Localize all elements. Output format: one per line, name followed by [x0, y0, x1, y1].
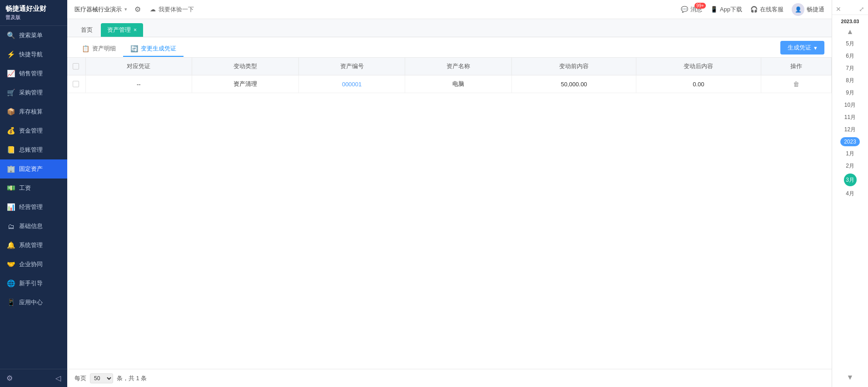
- fixed-icon: 🏢: [6, 165, 15, 173]
- generate-voucher-button[interactable]: 生成凭证 ▾: [780, 41, 824, 55]
- cell-asset-name: 电脑: [405, 75, 512, 93]
- select-all-checkbox[interactable]: [73, 63, 79, 69]
- table-container: 对应凭证 变动类型 资产编号 资产名称 变动前内容 变动后内容 操作 -- 资产…: [67, 58, 832, 369]
- user-profile[interactable]: 👤 畅捷通: [792, 3, 824, 16]
- sidebar-item-search[interactable]: 🔍搜索菜单: [0, 26, 67, 45]
- col-change-type: 变动类型: [192, 58, 299, 75]
- sidebar-label-funds: 资金管理: [19, 127, 43, 135]
- logo-title: 畅捷通好业财: [5, 5, 62, 13]
- month-item-2023-2[interactable]: 2月: [832, 160, 868, 172]
- sidebar-label-sales: 销售管理: [19, 69, 43, 78]
- sidebar: 畅捷通好业财 普及版 🔍搜索菜单⚡快捷导航📈销售管理🛒采购管理📦库存核算💰资金管…: [0, 0, 67, 387]
- cell-asset-code: 000001: [298, 75, 405, 93]
- right-panel-scroll: 5月6月7月8月9月10月11月12月20231月2月3月4月: [832, 38, 868, 372]
- collapse-icon[interactable]: ◁: [55, 374, 61, 382]
- purchase-icon: 🛒: [6, 89, 15, 97]
- sub-tab-label-2: 变更生成凭证: [141, 45, 176, 53]
- ledger-icon: 📒: [6, 146, 15, 154]
- month-item-11[interactable]: 11月: [832, 111, 868, 124]
- quicknav-icon: ⚡: [6, 50, 15, 59]
- table-row: -- 资产清理 000001 电脑 50,000.00 0.00 🗑: [67, 75, 832, 93]
- total-label: 条，共 1 条: [117, 374, 147, 382]
- funds-icon: 💰: [6, 127, 15, 135]
- sidebar-label-business: 经营管理: [19, 203, 43, 211]
- month-item-7[interactable]: 7月: [832, 62, 868, 74]
- per-page-label: 每页: [74, 374, 86, 382]
- month-item-5[interactable]: 5月: [832, 38, 868, 50]
- sidebar-item-guide[interactable]: 🌐新手引导: [0, 274, 67, 293]
- sidebar-item-purchase[interactable]: 🛒采购管理: [0, 83, 67, 102]
- sidebar-item-collab[interactable]: 🤝企业协同: [0, 255, 67, 274]
- sidebar-item-base[interactable]: 🗂基础信息: [0, 217, 67, 236]
- sidebar-item-quicknav[interactable]: ⚡快捷导航: [0, 45, 67, 64]
- refresh-icon: 🔄: [130, 45, 138, 52]
- service-button[interactable]: 🎧 在线客服: [750, 5, 784, 14]
- col-op: 操作: [761, 58, 831, 75]
- year-2023: 2023: [840, 137, 860, 146]
- tab-asset-management[interactable]: 资产管理 ×: [101, 23, 143, 37]
- content-area: 📋 资产明细 🔄 变更生成凭证 生成凭证 ▾ 对应凭证: [67, 37, 832, 387]
- month-item-9[interactable]: 9月: [832, 87, 868, 99]
- main-area: 医疗器械行业演示 ▾ ⚙ ☁ 我要体验一下 💬 消息 99+ 📱 App下载 🎧…: [67, 0, 832, 387]
- month-item-current-3[interactable]: 3月: [844, 174, 857, 186]
- sidebar-label-ledger: 总账管理: [19, 146, 43, 154]
- topbar-settings-icon[interactable]: ⚙: [134, 5, 141, 14]
- business-icon: 📊: [6, 203, 15, 211]
- year-month-header: 2023.03: [841, 17, 859, 26]
- sidebar-item-business[interactable]: 📊经营管理: [0, 198, 67, 217]
- col-before: 变动前内容: [512, 58, 636, 75]
- right-panel-close-icon[interactable]: ✕: [836, 5, 841, 13]
- sidebar-item-fixed[interactable]: 🏢固定资产: [0, 159, 67, 179]
- inventory-icon: 📦: [6, 108, 15, 116]
- topbar: 医疗器械行业演示 ▾ ⚙ ☁ 我要体验一下 💬 消息 99+ 📱 App下载 🎧…: [67, 0, 832, 19]
- table-footer: 每页 10 20 50 100 条，共 1 条: [67, 369, 832, 387]
- sub-tab-generate-voucher[interactable]: 🔄 变更生成凭证: [123, 41, 184, 57]
- download-icon: 📱: [710, 6, 718, 13]
- right-panel-header: ✕ ⤢: [832, 4, 868, 15]
- month-item-2023-1[interactable]: 1月: [832, 148, 868, 160]
- col-asset-code: 资产编号: [298, 58, 405, 75]
- apps-icon: 📱: [6, 298, 15, 307]
- delete-button[interactable]: 🗑: [793, 80, 799, 88]
- sidebar-item-ledger[interactable]: 📒总账管理: [0, 140, 67, 159]
- per-page-select[interactable]: 10 20 50 100: [90, 373, 113, 383]
- sidebar-item-salary[interactable]: 💵工资: [0, 179, 67, 198]
- sidebar-label-search: 搜索菜单: [19, 31, 43, 40]
- sidebar-item-sales[interactable]: 📈销售管理: [0, 64, 67, 83]
- sidebar-label-salary: 工资: [19, 184, 31, 192]
- month-item-12[interactable]: 12月: [832, 124, 868, 136]
- tab-home[interactable]: 首页: [74, 23, 99, 37]
- collab-icon: 🤝: [6, 260, 15, 268]
- download-button[interactable]: 📱 App下载: [710, 5, 742, 14]
- row-checkbox[interactable]: [73, 81, 79, 87]
- company-selector[interactable]: 医疗器械行业演示 ▾: [74, 5, 127, 14]
- sidebar-label-inventory: 库存核算: [19, 108, 43, 116]
- sidebar-item-inventory[interactable]: 📦库存核算: [0, 102, 67, 121]
- trial-button[interactable]: ☁ 我要体验一下: [150, 5, 194, 14]
- tab-close-icon[interactable]: ×: [134, 27, 137, 33]
- sidebar-item-system[interactable]: 🔔系统管理: [0, 236, 67, 255]
- messages-button[interactable]: 💬 消息 99+: [681, 5, 702, 14]
- col-asset-name: 资产名称: [405, 58, 512, 75]
- salary-icon: 💵: [6, 184, 15, 192]
- sidebar-footer: ⚙ ◁: [0, 369, 67, 387]
- month-item-6[interactable]: 6月: [832, 50, 868, 62]
- logo-sub: 普及版: [5, 14, 62, 21]
- settings-icon[interactable]: ⚙: [6, 374, 13, 382]
- sidebar-label-apps: 应用中心: [19, 298, 43, 307]
- nav-down-icon[interactable]: ▼: [832, 372, 868, 383]
- system-icon: 🔔: [6, 241, 15, 249]
- right-panel-expand-icon[interactable]: ⤢: [859, 5, 864, 13]
- generate-label: 生成凭证: [788, 44, 811, 52]
- cell-after: 0.00: [636, 75, 761, 93]
- chevron-down-icon: ▾: [124, 6, 127, 12]
- nav-up-icon[interactable]: ▲: [832, 26, 868, 38]
- sub-tab-asset-detail[interactable]: 📋 资产明细: [74, 41, 123, 57]
- month-item-2023-4[interactable]: 4月: [832, 188, 868, 200]
- month-item-10[interactable]: 10月: [832, 99, 868, 111]
- sidebar-item-apps[interactable]: 📱应用中心: [0, 293, 67, 312]
- sales-icon: 📈: [6, 69, 15, 78]
- month-item-8[interactable]: 8月: [832, 74, 868, 87]
- sidebar-item-funds[interactable]: 💰资金管理: [0, 121, 67, 140]
- sidebar-label-system: 系统管理: [19, 241, 43, 249]
